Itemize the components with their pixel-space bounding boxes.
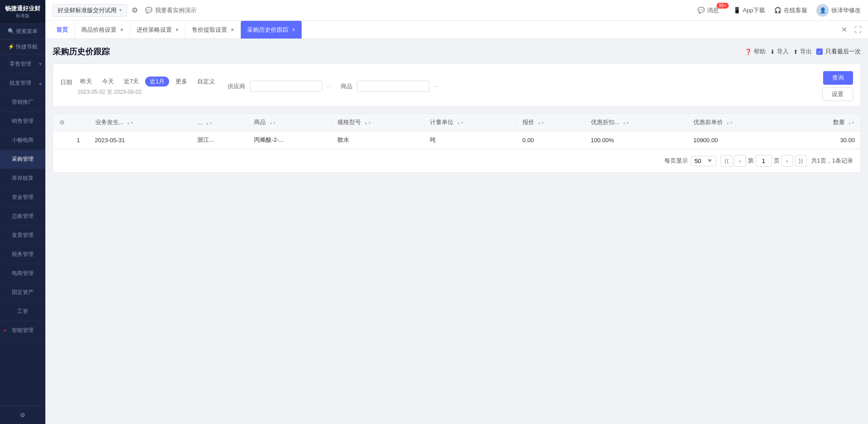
user-name: 徐泽华修改: [831, 6, 861, 14]
date-btn-today[interactable]: 今天: [98, 77, 117, 87]
sidebar-item-purchase[interactable]: 采购管理: [0, 150, 45, 169]
gear-icon: ⚙: [59, 119, 65, 126]
export-icon: ⬆: [793, 48, 798, 55]
sidebar-item-invoice[interactable]: 发票管理: [0, 226, 45, 245]
close-icon[interactable]: ×: [231, 27, 234, 33]
date-btn-7days[interactable]: 近7天: [120, 77, 142, 87]
topbar-settings-icon[interactable]: ⚙: [132, 6, 138, 14]
sidebar-assets-label: 固定资产: [3, 289, 43, 296]
sidebar-settings-button[interactable]: ⚙: [0, 406, 45, 424]
sort-icon: ▲▼: [269, 121, 276, 125]
import-button[interactable]: ⬇ 导入: [770, 48, 789, 56]
th-quote[interactable]: 报价 ▲▼: [517, 114, 585, 131]
expand-icon[interactable]: ⛶: [853, 24, 863, 36]
close-all-icon[interactable]: ✕: [839, 24, 849, 36]
sidebar-item-capital[interactable]: 资金管理: [0, 188, 45, 207]
next-page-button[interactable]: ›: [781, 155, 793, 167]
sidebar-item-marketing[interactable]: 营销推广: [0, 93, 45, 112]
supplier-input[interactable]: [250, 81, 322, 92]
goods-filter-label: 商品: [341, 81, 352, 91]
sidebar-salary-label: 工资: [3, 308, 43, 315]
sidebar-item-quicknav[interactable]: ⚡ 快捷导航: [0, 39, 45, 55]
content-area: 采购历史价跟踪 ❓ 帮助 ⬇ 导入 ⬆ 导出 ✓ 只看最后一次: [45, 39, 868, 424]
only-last-checkbox[interactable]: ✓ 只看最后一次: [816, 48, 861, 56]
cell-date: 2023-05-31: [89, 131, 192, 149]
page-input[interactable]: [756, 155, 772, 167]
first-page-button[interactable]: ⟨⟨: [721, 155, 732, 167]
sidebar-ecommerce-small-label: 小畅电商: [3, 136, 43, 144]
page-label: 第: [748, 157, 754, 165]
sort-icon: ▲▼: [537, 121, 545, 125]
supplier-input-group: ···: [250, 81, 332, 92]
th-date[interactable]: 业务发生... ▲▼: [89, 114, 192, 131]
online-service-button[interactable]: 🎧 在线客服: [774, 6, 807, 14]
close-icon[interactable]: ×: [176, 27, 179, 33]
sidebar-item-ecommerce[interactable]: 电商管理: [0, 264, 45, 283]
sort-icon: ▲▼: [457, 121, 464, 125]
sidebar-item-retail[interactable]: 零售管理 ▼: [0, 55, 45, 74]
date-btn-custom[interactable]: 自定义: [194, 77, 219, 87]
sidebar-item-tax[interactable]: 税务管理: [0, 245, 45, 264]
sidebar-item-inventory[interactable]: 库存核算: [0, 169, 45, 188]
sidebar-inventory-label: 库存核算: [3, 174, 43, 182]
th-goods-label: 商品: [254, 119, 266, 125]
tab-strategy[interactable]: 进价策略设置 ×: [130, 21, 185, 39]
import-label: 导入: [777, 48, 789, 56]
help-icon: ❓: [745, 48, 752, 55]
th-qty[interactable]: 数量 ▲▼: [792, 114, 860, 131]
prev-page-button[interactable]: ‹: [734, 155, 746, 167]
supplier-more-icon[interactable]: ···: [326, 82, 332, 90]
th-spec[interactable]: 规格型号 ▲▼: [332, 114, 424, 131]
close-icon[interactable]: ×: [292, 27, 295, 33]
export-button[interactable]: ⬆ 导出: [793, 48, 812, 56]
sidebar-item-assets[interactable]: 固定资产: [0, 283, 45, 302]
version-label: 好业财标准版交付试用: [58, 6, 117, 14]
search-icon: 🔍: [8, 28, 15, 34]
tab-sale-price[interactable]: 售价提取设置 ×: [185, 21, 241, 39]
date-options: 昨天 今天 近7天 近1月 更多 自定义 2023-05-02 至 2023-0…: [77, 77, 219, 96]
help-button[interactable]: ❓ 帮助: [745, 48, 766, 56]
th-goods[interactable]: 商品 ▲▼: [249, 114, 332, 131]
version-select[interactable]: 好业财标准版交付试用 ▾: [53, 4, 127, 17]
sidebar-item-ledger[interactable]: 总账管理: [0, 207, 45, 226]
per-page-label: 每页显示: [664, 157, 688, 165]
sidebar-item-sales[interactable]: 销售管理: [0, 112, 45, 131]
tab-history[interactable]: 采购历史价跟踪 ×: [241, 21, 302, 39]
query-button[interactable]: 查询: [823, 71, 853, 85]
th-extra-label: ...: [198, 119, 203, 126]
th-discount[interactable]: 优惠折扣... ▲▼: [585, 114, 688, 131]
close-icon[interactable]: ×: [120, 27, 123, 33]
sidebar-item-wholesale[interactable]: 批发管理 ▲: [0, 74, 45, 93]
settings-button[interactable]: 设置: [822, 87, 853, 101]
sidebar-item-search[interactable]: 🔍 搜索菜单: [0, 24, 45, 39]
app-download-button[interactable]: 📱 App下载: [733, 6, 765, 14]
sidebar-ecommerce-label: 电商管理: [3, 270, 43, 277]
sidebar-item-ecommerce-small[interactable]: 小畅电商: [0, 131, 45, 150]
tab-strategy-label: 进价策略设置: [137, 26, 172, 34]
goods-more-icon[interactable]: ···: [433, 82, 439, 90]
table-body: 1 2023-05-31 浙江... 丙烯酸-2-... 散水 吨 0.00 1…: [53, 131, 860, 149]
tab-price[interactable]: 商品价格设置 ×: [75, 21, 130, 39]
per-page-select: 每页显示 20 50 100 200: [664, 156, 716, 166]
date-btn-1month[interactable]: 近1月: [145, 77, 169, 87]
date-btn-more[interactable]: 更多: [172, 77, 191, 87]
sidebar-capital-label: 资金管理: [3, 193, 43, 201]
th-gear[interactable]: ⚙: [53, 114, 71, 131]
th-extra[interactable]: ... ▲▼: [192, 114, 249, 131]
th-price[interactable]: 优惠前单价 ▲▼: [688, 114, 793, 131]
tab-home[interactable]: 首页: [50, 21, 75, 39]
th-unit[interactable]: 计量单位 ▲▼: [424, 114, 517, 131]
date-btn-yesterday[interactable]: 昨天: [77, 77, 96, 87]
sidebar-item-salary[interactable]: 工资: [0, 302, 45, 321]
sidebar-item-smart[interactable]: 智能管理: [0, 321, 45, 340]
message-button[interactable]: 💬 消息 99+: [697, 6, 724, 14]
quicknav-icon: ⚡: [8, 43, 15, 50]
filter-panel: 日期 昨天 今天 近7天 近1月 更多 自定义 2023-05-02 至 202…: [53, 63, 861, 107]
th-spec-label: 规格型号: [337, 119, 361, 125]
goods-input[interactable]: [357, 81, 429, 92]
last-page-button[interactable]: ⟩⟩: [795, 155, 807, 167]
user-menu[interactable]: 👤 徐泽华修改: [816, 4, 861, 17]
demo-link[interactable]: 💬 我要看实例演示: [145, 6, 196, 14]
per-page-dropdown[interactable]: 20 50 100 200: [691, 156, 716, 166]
topbar-right: 💬 消息 99+ 📱 App下载 🎧 在线客服 👤 徐泽华修改: [697, 4, 861, 17]
